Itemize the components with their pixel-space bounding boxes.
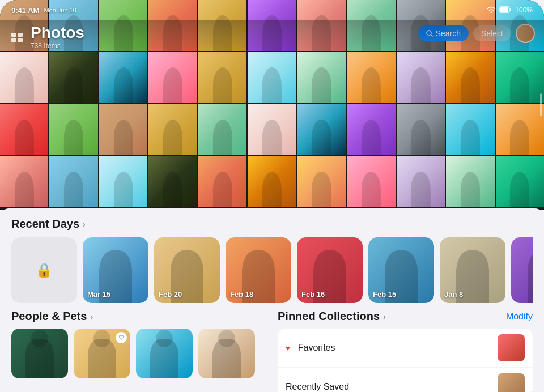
day-card-jan8[interactable]: Jan 8: [440, 237, 505, 303]
page-title: Photos: [31, 25, 84, 41]
photo-cell[interactable]: [0, 104, 48, 155]
photo-cell[interactable]: [148, 104, 197, 155]
photo-cell[interactable]: [0, 156, 48, 207]
pinned-item-recently-saved[interactable]: Recently Saved: [278, 367, 533, 392]
pinned-item-favorites[interactable]: ♥ Favorites: [278, 329, 533, 367]
lower-row: People & Pets › ♡: [0, 310, 544, 392]
favorites-heart-icon: ♥: [286, 344, 290, 352]
people-pets-header: People & Pets ›: [11, 310, 266, 323]
pinned-item-label-recently-saved: Recently Saved: [286, 382, 349, 392]
day-card-hidden[interactable]: 🔒: [11, 237, 77, 303]
photo-cell[interactable]: [347, 156, 395, 207]
day-card-label-feb16: Feb 16: [301, 290, 325, 299]
photo-cell[interactable]: [99, 156, 147, 207]
person-card-2[interactable]: ♡: [74, 329, 130, 378]
person-card-3[interactable]: [136, 329, 193, 378]
lock-icon: 🔒: [36, 262, 53, 278]
svg-rect-5: [500, 7, 508, 12]
wifi-icon: [487, 6, 496, 15]
photo-cell[interactable]: [446, 104, 494, 155]
photo-cell[interactable]: [148, 156, 197, 207]
photo-cell[interactable]: [148, 52, 197, 103]
header-left: Photos 738 Items: [11, 25, 84, 50]
photo-cell[interactable]: [198, 52, 246, 103]
people-pets-section: People & Pets › ♡: [11, 310, 266, 392]
header-overlay: Photos 738 Items: [0, 20, 544, 54]
recent-days-chevron: ›: [83, 220, 86, 229]
photo-cell[interactable]: [397, 52, 445, 103]
photo-cell[interactable]: [397, 156, 445, 207]
photo-cell[interactable]: [298, 156, 346, 207]
photo-cell[interactable]: [0, 52, 48, 103]
scroll-indicator: [540, 93, 542, 116]
pinned-item-thumb-recently-saved: [498, 373, 525, 392]
person-card-1[interactable]: [11, 329, 68, 378]
photo-cell[interactable]: [248, 104, 296, 155]
photo-cell[interactable]: [248, 52, 296, 103]
photo-cell[interactable]: [496, 104, 544, 155]
person-card-4[interactable]: [198, 329, 255, 378]
svg-rect-1: [18, 33, 23, 37]
photo-cell[interactable]: [496, 52, 544, 103]
day-card-label-feb20: Feb 20: [159, 290, 182, 299]
photo-cell[interactable]: [446, 52, 494, 103]
header-title-block: Photos 738 Items: [31, 25, 84, 50]
grid-toggle-icon[interactable]: [11, 33, 23, 42]
photo-cell[interactable]: [49, 52, 97, 103]
day-card-feb18[interactable]: Feb 18: [226, 237, 291, 303]
status-time: 9:41 AM Mon Jun 10: [11, 6, 76, 15]
photo-cell[interactable]: [397, 104, 445, 155]
photo-cell[interactable]: [298, 104, 346, 155]
people-scroll: ♡: [11, 329, 266, 378]
svg-rect-3: [18, 38, 23, 42]
pinned-item-label-favorites: Favorites: [298, 343, 335, 353]
pinned-collections-section: Pinned Collections › Modify ♥ Favorites: [278, 310, 533, 392]
photo-cell[interactable]: [347, 104, 395, 155]
recent-days-section: Recent Days › 🔒 Mar 15 Feb 20 Feb 18: [0, 208, 544, 310]
photo-cell[interactable]: [49, 156, 97, 207]
photo-cell[interactable]: [198, 156, 246, 207]
recent-days-header: Recent Days ›: [11, 218, 533, 231]
photo-cell[interactable]: [99, 52, 147, 103]
battery-icon: [499, 6, 512, 15]
svg-rect-2: [11, 38, 16, 42]
day-card-label-feb15: Feb 15: [373, 290, 396, 299]
day-card-extra[interactable]: [511, 237, 533, 303]
photo-cell[interactable]: [248, 156, 296, 207]
day-card-feb20[interactable]: Feb 20: [154, 237, 220, 303]
battery-percent: 100%: [515, 6, 533, 14]
photo-cell[interactable]: [99, 104, 147, 155]
pinned-collections-header: Pinned Collections › Modify: [278, 310, 533, 323]
day-card-label-jan8: Jan 8: [444, 290, 463, 299]
svg-rect-0: [11, 33, 16, 37]
heart-badge: ♡: [116, 332, 127, 343]
photo-cell[interactable]: [298, 52, 346, 103]
day-card-label-feb18: Feb 18: [230, 290, 253, 299]
recent-days-scroll: 🔒 Mar 15 Feb 20 Feb 18 Feb 16: [11, 237, 533, 303]
photo-cell[interactable]: [347, 52, 395, 103]
day-card-feb15[interactable]: Feb 15: [368, 237, 434, 303]
photo-cell[interactable]: [496, 156, 544, 207]
bottom-section: Recent Days › 🔒 Mar 15 Feb 20 Feb 18: [0, 208, 544, 392]
people-pets-chevron: ›: [90, 312, 93, 321]
photo-cell[interactable]: [198, 104, 246, 155]
pinned-collections-chevron: ›: [383, 312, 386, 321]
photos-count: 738 Items: [31, 42, 84, 50]
people-pets-title[interactable]: People & Pets ›: [11, 310, 93, 323]
day-card-feb16[interactable]: Feb 16: [297, 237, 363, 303]
day-card-mar15[interactable]: Mar 15: [83, 237, 148, 303]
recent-days-title[interactable]: Recent Days ›: [11, 218, 86, 231]
photo-cell[interactable]: [446, 156, 494, 207]
pinned-list: ♥ Favorites Recently Saved: [278, 329, 533, 392]
modify-button[interactable]: Modify: [506, 312, 533, 322]
pinned-item-thumb-favorites: [498, 334, 525, 361]
photo-cell[interactable]: [49, 104, 97, 155]
pinned-collections-title[interactable]: Pinned Collections ›: [278, 310, 386, 323]
status-bar: 9:41 AM Mon Jun 10 100%: [0, 0, 544, 20]
status-right: 100%: [487, 6, 533, 15]
day-card-label-mar15: Mar 15: [87, 290, 110, 299]
